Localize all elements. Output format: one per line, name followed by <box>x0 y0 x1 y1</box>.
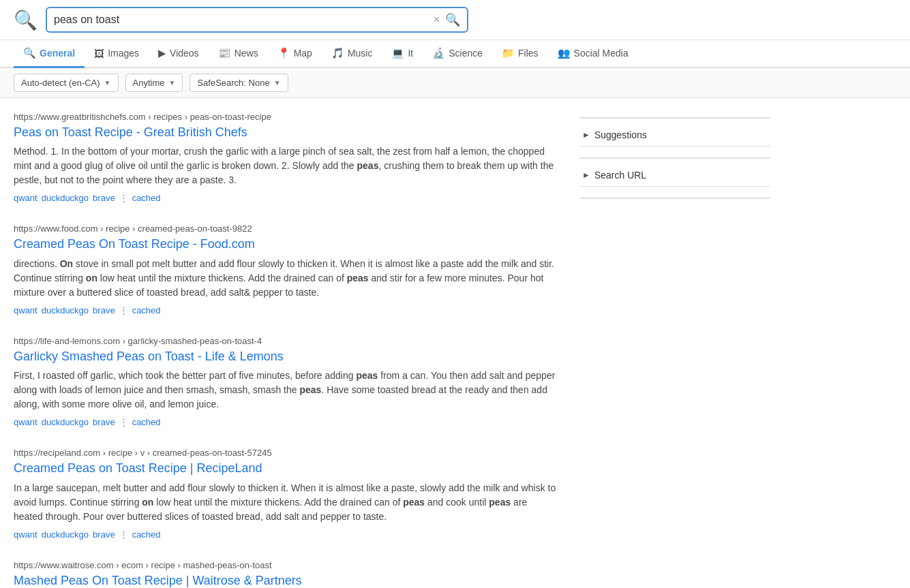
tab-map[interactable]: 📍 Map <box>268 40 322 68</box>
news-icon: 📰 <box>218 47 231 59</box>
brave-link[interactable]: brave <box>93 529 115 540</box>
qwant-link[interactable]: qwant <box>14 193 37 203</box>
more-options-icon[interactable]: ⋮ <box>119 305 128 315</box>
brave-link[interactable]: brave <box>93 417 115 427</box>
result-url-text: https://www.food.com › recipe › creamed-… <box>14 223 252 234</box>
result-actions: qwant duckduckgo brave ⋮ cached <box>14 305 559 315</box>
safe-filter[interactable]: SafeSearch: None ▼ <box>189 74 288 92</box>
language-filter-arrow: ▼ <box>104 79 111 87</box>
tab-general[interactable]: 🔍 General <box>14 40 85 68</box>
sidebar-search-url-label: Search URL <box>594 170 646 181</box>
science-icon: 🔬 <box>432 47 445 59</box>
sidebar-suggestions-label: Suggestions <box>594 129 647 140</box>
search-button-icon[interactable]: 🔍 <box>445 12 460 27</box>
result-url-text: https://life-and-lemons.com › garlicky-s… <box>14 336 262 346</box>
cached-link[interactable]: cached <box>132 529 161 540</box>
result-item: https://www.greatbritishchefs.com › reci… <box>14 112 559 203</box>
time-filter[interactable]: Anytime ▼ <box>125 74 183 92</box>
safe-filter-arrow: ▼ <box>274 79 281 87</box>
result-item: https://life-and-lemons.com › garlicky-s… <box>14 336 559 427</box>
duckduckgo-link[interactable]: duckduckgo <box>42 305 89 315</box>
result-title[interactable]: Peas on Toast Recipe - Great British Che… <box>14 125 559 140</box>
tab-files[interactable]: 📁 Files <box>492 40 548 68</box>
qwant-link[interactable]: qwant <box>14 529 37 540</box>
files-icon: 📁 <box>502 47 515 59</box>
images-icon: 🖼 <box>94 48 104 59</box>
main-layout: https://www.greatbritishchefs.com › reci… <box>0 98 910 588</box>
cached-link[interactable]: cached <box>132 193 161 203</box>
result-url: https://www.food.com › recipe › creamed-… <box>14 223 559 234</box>
result-url: https://www.greatbritishchefs.com › reci… <box>14 112 559 122</box>
more-options-icon[interactable]: ⋮ <box>119 417 128 427</box>
safe-filter-label: SafeSearch: None <box>197 78 269 88</box>
tab-social-label: Social Media <box>574 48 628 59</box>
result-actions: qwant duckduckgo brave ⋮ cached <box>14 417 559 427</box>
cached-link[interactable]: cached <box>132 417 161 427</box>
result-title[interactable]: Garlicky Smashed Peas on Toast - Life & … <box>14 349 559 365</box>
tab-files-label: Files <box>518 48 539 59</box>
sidebar-item-suggestions[interactable]: ► Suggestions <box>579 124 770 146</box>
result-url-text: https://www.greatbritishchefs.com › reci… <box>14 112 271 122</box>
search-input[interactable] <box>54 14 434 26</box>
search-bar: × 🔍 <box>46 7 468 33</box>
result-actions: qwant duckduckgo brave ⋮ cached <box>14 529 559 540</box>
result-title[interactable]: Creamed Peas on Toast Recipe | RecipeLan… <box>14 461 559 476</box>
qwant-link[interactable]: qwant <box>14 417 37 427</box>
tab-videos-label: Videos <box>170 48 199 59</box>
cached-link[interactable]: cached <box>132 305 161 315</box>
qwant-link[interactable]: qwant <box>14 305 37 315</box>
result-item: https://www.food.com › recipe › creamed-… <box>14 223 559 315</box>
sidebar-search-url: ► Search URL <box>579 164 770 187</box>
result-item: https://recipeland.com › recipe › v › cr… <box>14 448 559 539</box>
tab-images-label: Images <box>108 48 139 59</box>
clear-icon[interactable]: × <box>434 14 440 26</box>
tab-music[interactable]: 🎵 Music <box>322 40 382 68</box>
result-title[interactable]: Mashed Peas On Toast Recipe | Waitrose &… <box>14 573 559 588</box>
result-item: https://www.waitrose.com › ecom › recipe… <box>14 560 559 588</box>
nav-tabs: 🔍 General 🖼 Images ▶ Videos 📰 News 📍 Map… <box>0 40 910 68</box>
duckduckgo-link[interactable]: duckduckgo <box>42 529 89 540</box>
result-actions: qwant duckduckgo brave ⋮ cached <box>14 193 559 203</box>
sidebar-item-search-url[interactable]: ► Search URL <box>579 164 770 187</box>
more-options-icon[interactable]: ⋮ <box>119 529 128 540</box>
music-icon: 🎵 <box>331 47 344 59</box>
brave-link[interactable]: brave <box>93 305 115 315</box>
tab-it[interactable]: 💻 It <box>382 40 423 68</box>
tab-social[interactable]: 👥 Social Media <box>548 40 638 68</box>
tab-map-label: Map <box>294 48 312 59</box>
general-icon: 🔍 <box>23 47 36 59</box>
results-column: https://www.greatbritishchefs.com › reci… <box>14 112 559 588</box>
result-snippet: First, I roasted off garlic, which took … <box>14 369 559 412</box>
tab-news-label: News <box>234 48 258 59</box>
logo-icon[interactable]: 🔍 <box>14 9 37 31</box>
tab-videos[interactable]: ▶ Videos <box>149 40 209 68</box>
tab-science[interactable]: 🔬 Science <box>423 40 492 68</box>
videos-icon: ▶ <box>158 47 166 59</box>
duckduckgo-link[interactable]: duckduckgo <box>42 417 89 427</box>
result-url: https://www.waitrose.com › ecom › recipe… <box>14 560 559 570</box>
time-filter-label: Anytime <box>133 78 165 88</box>
time-filter-arrow: ▼ <box>168 79 175 87</box>
social-icon: 👥 <box>558 47 571 59</box>
duckduckgo-link[interactable]: duckduckgo <box>42 193 89 203</box>
result-url-text: https://recipeland.com › recipe › v › cr… <box>14 448 272 458</box>
search-url-arrow-icon: ► <box>582 170 590 180</box>
brave-link[interactable]: brave <box>93 193 115 203</box>
result-title[interactable]: Creamed Peas On Toast Recipe - Food.com <box>14 236 559 252</box>
result-url-text: https://www.waitrose.com › ecom › recipe… <box>14 560 272 570</box>
header: 🔍 × 🔍 <box>0 0 910 40</box>
tab-images[interactable]: 🖼 Images <box>85 41 149 68</box>
result-url: https://recipeland.com › recipe › v › cr… <box>14 448 559 458</box>
language-filter[interactable]: Auto-detect (en-CA) ▼ <box>14 74 119 92</box>
tab-general-label: General <box>40 48 75 59</box>
language-filter-label: Auto-detect (en-CA) <box>21 78 100 88</box>
tab-news[interactable]: 📰 News <box>209 40 268 68</box>
it-icon: 💻 <box>391 47 404 59</box>
tab-music-label: Music <box>348 48 373 59</box>
result-snippet: In a large saucepan, melt butter and add… <box>14 481 559 524</box>
more-options-icon[interactable]: ⋮ <box>119 193 128 203</box>
tab-it-label: It <box>408 48 413 59</box>
filters-bar: Auto-detect (en-CA) ▼ Anytime ▼ SafeSear… <box>0 68 910 98</box>
result-snippet: directions. On stove in small pot melt b… <box>14 257 559 300</box>
result-url: https://life-and-lemons.com › garlicky-s… <box>14 336 559 346</box>
